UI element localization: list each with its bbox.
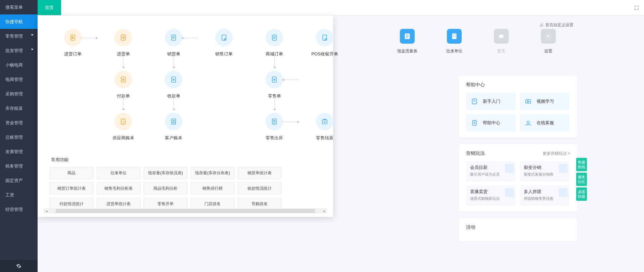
title-text: 活动 bbox=[466, 224, 475, 230]
title-text: 营销玩法 bbox=[466, 150, 485, 156]
sidebar-item-inventory[interactable]: 库存核算 bbox=[0, 101, 38, 116]
promo-fission[interactable]: 裂变分销裂变式发展分销商 bbox=[520, 161, 569, 181]
help-docs[interactable]: 帮助中心 bbox=[466, 114, 516, 132]
sidebar-item-salary[interactable]: 工资 bbox=[0, 188, 38, 202]
shortcut-cashflow[interactable]: 现金流量表 bbox=[396, 29, 419, 73]
help-label: 帮助中心 bbox=[483, 120, 500, 126]
flow-purchase-order[interactable]: 进货订单 bbox=[48, 29, 98, 71]
sidebar-settings-button[interactable] bbox=[0, 260, 38, 272]
help-video[interactable]: 视频学习 bbox=[520, 93, 569, 110]
shortcut-label: 现金流量表 bbox=[397, 48, 417, 54]
common-functions-title: 常用功能 bbox=[51, 157, 323, 163]
topbar: 首页 bbox=[38, 0, 644, 15]
common-btn[interactable]: 销售毛利分析表 bbox=[97, 182, 140, 194]
svg-point-20 bbox=[325, 39, 326, 40]
help-center-card: 帮助中心 新手入门 视频学习 帮助中心 在线客服 bbox=[459, 76, 577, 138]
arrow-icon bbox=[283, 122, 299, 122]
svg-point-8 bbox=[547, 35, 549, 37]
promo-live[interactable]: 直播卖货场景式购物新玩法 bbox=[466, 185, 516, 206]
arrow-icon bbox=[123, 55, 124, 68]
common-btn[interactable]: 销货订单统计表 bbox=[50, 182, 93, 194]
common-btn[interactable]: 现存量(库存分布表) bbox=[191, 167, 234, 179]
flow-supplier-ledger[interactable]: 供供应商账本 bbox=[98, 113, 148, 155]
cashflow-icon bbox=[400, 29, 415, 44]
svg-rect-11 bbox=[473, 121, 476, 126]
help-label: 新手入门 bbox=[483, 98, 500, 104]
svg-rect-5 bbox=[453, 36, 454, 37]
supplier-icon: 供 bbox=[119, 118, 127, 126]
flow-label: 零售结算 bbox=[316, 135, 333, 141]
sidebar-item-purchase[interactable]: 采购管理 bbox=[0, 87, 38, 101]
sidebar-item-search[interactable]: 搜索菜单 bbox=[0, 0, 38, 14]
scroll-right-icon[interactable]: ▸ bbox=[322, 209, 327, 213]
sidebar-label: 批发管理 bbox=[5, 48, 23, 53]
svg-rect-6 bbox=[455, 36, 456, 37]
scroll-left-icon[interactable]: ◂ bbox=[44, 209, 49, 213]
sidebar-item-ecommerce[interactable]: 电商管理 bbox=[0, 72, 38, 87]
card-title: 活动 bbox=[466, 224, 570, 230]
float-community[interactable]: 服务社区 bbox=[576, 173, 587, 186]
shortcut-settings[interactable]: 设置 bbox=[537, 29, 560, 73]
common-btn[interactable]: 销货单统计表 bbox=[238, 167, 281, 179]
money-icon bbox=[119, 76, 127, 84]
flow-pos-bill[interactable]: POS收银开单 bbox=[300, 29, 350, 71]
sidebar-label: 零售管理 bbox=[5, 34, 23, 39]
help-newbie[interactable]: 新手入门 bbox=[466, 93, 516, 110]
tab-home[interactable]: 首页 bbox=[38, 0, 61, 15]
float-hotline[interactable]: 客服热线 bbox=[576, 158, 587, 171]
scroll-thumb[interactable] bbox=[56, 209, 315, 213]
promo-group[interactable]: 多人拼团拼团购物享受优惠 bbox=[520, 185, 569, 206]
common-btn[interactable]: 收款情况统计 bbox=[238, 182, 281, 194]
sidebar-label: 小畅电商 bbox=[5, 62, 23, 67]
sidebar-label: 经营管理 bbox=[5, 207, 23, 212]
sidebar-item-quicknav[interactable]: 快捷导航 bbox=[0, 14, 38, 29]
common-btn[interactable]: 往来单位 bbox=[97, 167, 140, 179]
sidebar-item-assets[interactable]: 固定资产 bbox=[0, 173, 38, 188]
sidebar-item-invoice[interactable]: 发票管理 bbox=[0, 144, 38, 159]
sidebar-item-funds[interactable]: 资金管理 bbox=[0, 116, 38, 130]
out-icon bbox=[270, 118, 278, 126]
promo-title: 裂变分销 bbox=[524, 165, 565, 171]
shortcut-empty[interactable]: 暂无 bbox=[490, 29, 513, 73]
gear-icon bbox=[541, 29, 556, 44]
promo-member[interactable]: 会员拉新吸引用户成为会员 bbox=[466, 161, 516, 181]
common-btn[interactable]: 商品 bbox=[50, 167, 93, 179]
sidebar-item-tax[interactable]: 税务管理 bbox=[0, 159, 38, 173]
horizontal-scrollbar[interactable]: ◂ ▸ bbox=[44, 208, 327, 214]
common-btn[interactable]: 现存量(库存状况表) bbox=[144, 167, 187, 179]
customer-icon bbox=[170, 118, 178, 126]
fullscreen-icon[interactable] bbox=[634, 5, 639, 10]
flow-retail-settle[interactable]: 零售结算 bbox=[300, 113, 350, 155]
marketing-more-link[interactable]: 更多营销玩法 > bbox=[543, 151, 570, 156]
flow-label: 零售出库 bbox=[266, 135, 283, 141]
svg-point-27 bbox=[173, 120, 174, 122]
flow-label: 供应商账本 bbox=[112, 135, 134, 141]
help-support[interactable]: 在线客服 bbox=[520, 114, 569, 132]
dashboard-settings-link[interactable]: 首页自定义设置 bbox=[539, 22, 573, 28]
sidebar-label: 电商管理 bbox=[5, 77, 23, 82]
flow-retail-out[interactable]: 零售出库 bbox=[249, 113, 300, 155]
shortcut-contacts[interactable]: 往来单位 bbox=[443, 29, 466, 73]
chevron-down-icon bbox=[31, 49, 34, 50]
sidebar-item-wholesale[interactable]: 批发管理 bbox=[0, 43, 38, 58]
svg-rect-14 bbox=[121, 35, 125, 40]
sidebar-item-business[interactable]: 经营管理 bbox=[0, 202, 38, 217]
flow-customer-ledger[interactable]: 客户账本 bbox=[148, 113, 199, 155]
sidebar-item-xiaochang[interactable]: 小畅电商 bbox=[0, 58, 38, 72]
common-btn[interactable]: 销售排行榜 bbox=[191, 182, 234, 194]
arrow-icon bbox=[174, 55, 174, 68]
sidebar-item-retail[interactable]: 零售管理 bbox=[0, 29, 38, 43]
doc-out-icon bbox=[119, 34, 127, 42]
quicknav-flyout: 进货订单 进货单 销货单 销售订单 商城订单 POS收银开单 付款单 收款单 零… bbox=[38, 15, 333, 217]
sidebar-label: 总账管理 bbox=[5, 135, 23, 140]
arrow-icon bbox=[283, 80, 299, 80]
flow-sales-order[interactable]: 销售订单 bbox=[199, 29, 249, 71]
promo-title: 多人拼团 bbox=[524, 189, 565, 195]
chevron-down-icon bbox=[31, 34, 34, 36]
sidebar-item-ledger[interactable]: 总账管理 bbox=[0, 130, 38, 144]
shortcut-label: 设置 bbox=[544, 48, 552, 54]
common-btn[interactable]: 商品毛利分析 bbox=[144, 182, 187, 194]
doc-icon bbox=[321, 34, 329, 42]
float-desktop[interactable]: 桌面快捷 bbox=[576, 187, 587, 201]
flow-label: 销售订单 bbox=[215, 51, 233, 57]
